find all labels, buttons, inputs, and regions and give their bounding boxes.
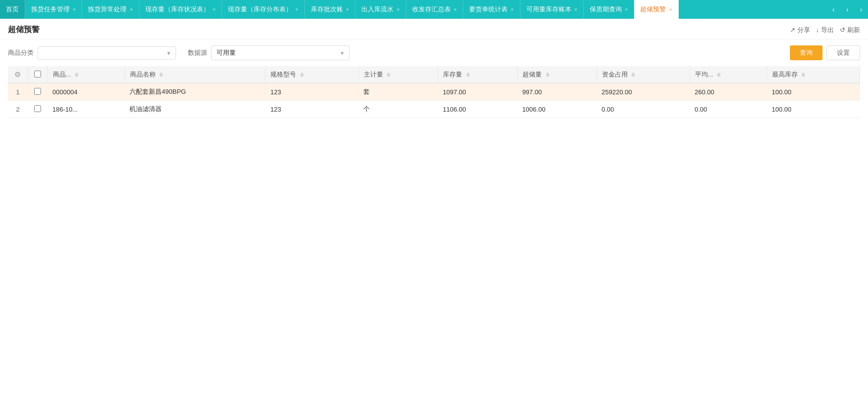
nav-item-inout[interactable]: 出入库流水 × <box>355 0 406 19</box>
sort-icon <box>546 73 550 77</box>
share-button[interactable]: ↗ 分享 <box>790 26 810 35</box>
nav-item-available[interactable]: 可用量库存账本 × <box>521 0 584 19</box>
cell-spec: 123 <box>265 83 358 101</box>
cell-product-name: 六配套新昌490BPG <box>125 83 265 101</box>
nav-label-home: 首页 <box>6 5 19 14</box>
nav-label-available: 可用量库存账本 <box>526 5 571 14</box>
nav-item-inventory-status[interactable]: 现存量（库存状况表） × <box>139 0 222 19</box>
sort-icon <box>387 73 391 77</box>
chevron-down-icon: ▾ <box>341 49 344 57</box>
data-table-container: ⚙ 商品... 商品名称 <box>0 66 868 118</box>
nav-next-button[interactable]: › <box>840 0 854 19</box>
table-row: 2 186-10... 机油滤清器 123 个 1106.00 1006.00 … <box>8 101 860 118</box>
column-unit[interactable]: 主计量 <box>358 66 438 83</box>
query-button[interactable]: 查询 <box>790 45 823 60</box>
sort-icon <box>717 73 721 77</box>
column-inventory[interactable]: 库存量 <box>438 66 518 83</box>
close-icon[interactable]: × <box>346 6 349 12</box>
export-label: 导出 <box>821 26 834 35</box>
header-actions: ↗ 分享 ↓ 导出 ↺ 刷新 <box>790 26 861 35</box>
select-all-checkbox[interactable] <box>34 71 41 78</box>
close-icon[interactable]: × <box>669 6 672 12</box>
data-table: ⚙ 商品... 商品名称 <box>8 66 860 118</box>
filter-bar: 商品分类 ▾ 数据源 可用量 ▾ 查询 设置 <box>0 40 868 66</box>
cell-unit: 个 <box>358 101 438 118</box>
row-checkbox-cell[interactable] <box>28 83 47 101</box>
share-icon: ↗ <box>790 26 795 34</box>
column-checkbox <box>28 66 47 83</box>
cell-inventory: 1106.00 <box>438 101 518 118</box>
cell-over-storage: 1006.00 <box>517 101 597 118</box>
sort-icon <box>801 73 805 77</box>
nav-label-task: 拣货任务管理 <box>31 5 70 14</box>
nav-item-batch[interactable]: 库存批次账 × <box>305 0 355 19</box>
data-source-select[interactable]: 可用量 ▾ <box>211 45 349 60</box>
data-source-label: 数据源 <box>188 48 207 57</box>
nav-label-batch: 库存批次账 <box>311 5 343 14</box>
column-spec[interactable]: 规格型号 <box>265 66 358 83</box>
cell-over-storage: 997.00 <box>517 83 597 101</box>
close-icon[interactable]: × <box>396 6 399 12</box>
column-over-storage[interactable]: 超储量 <box>517 66 597 83</box>
row-checkbox-cell[interactable] <box>28 101 47 118</box>
column-max-inventory[interactable]: 最高库存 <box>767 66 860 83</box>
nav-item-requisition[interactable]: 要货单统计表 × <box>463 0 520 19</box>
cell-inventory: 1097.00 <box>438 83 518 101</box>
refresh-button[interactable]: ↺ 刷新 <box>840 26 860 35</box>
close-icon[interactable]: × <box>73 6 76 12</box>
nav-more-button[interactable]: › <box>854 0 868 19</box>
column-capital[interactable]: 资金占用 <box>597 66 690 83</box>
nav-item-task[interactable]: 拣货任务管理 × <box>25 0 82 19</box>
table-row: 1 0000004 六配套新昌490BPG 123 套 1097.00 997.… <box>8 83 860 101</box>
cell-avg: 0.00 <box>690 101 767 118</box>
close-icon[interactable]: × <box>454 6 457 12</box>
product-category-select[interactable]: ▾ <box>38 46 176 60</box>
column-product-name[interactable]: 商品名称 <box>125 66 265 83</box>
close-icon[interactable]: × <box>511 6 514 12</box>
nav-item-abnormal[interactable]: 拣货异常处理 × <box>82 0 139 19</box>
table-body: 1 0000004 六配套新昌490BPG 123 套 1097.00 997.… <box>8 83 860 118</box>
nav-item-summary[interactable]: 收发存汇总表 × <box>406 0 463 19</box>
cell-spec: 123 <box>265 101 358 118</box>
cell-unit: 套 <box>358 83 438 101</box>
table-header-row: ⚙ 商品... 商品名称 <box>8 66 860 83</box>
close-icon[interactable]: × <box>130 6 132 12</box>
export-button[interactable]: ↓ 导出 <box>816 26 834 35</box>
sort-icon <box>159 73 163 77</box>
cell-avg: 260.00 <box>690 83 767 101</box>
nav-item-overstock[interactable]: 超储预警 × <box>634 0 678 19</box>
nav-label-overstock: 超储预警 <box>640 5 666 14</box>
page-title: 超储预警 <box>8 25 40 35</box>
product-category-filter: 商品分类 ▾ <box>8 46 176 60</box>
row-number: 2 <box>8 101 28 118</box>
row-checkbox[interactable] <box>34 88 41 95</box>
nav-item-home[interactable]: 首页 <box>0 0 25 19</box>
top-navigation: 首页 拣货任务管理 × 拣货异常处理 × 现存量（库存状况表） × 现存量（库存… <box>0 0 868 19</box>
nav-label-expiry: 保质期查询 <box>590 5 622 14</box>
row-checkbox[interactable] <box>34 105 41 112</box>
close-icon[interactable]: × <box>625 6 628 12</box>
share-label: 分享 <box>797 26 810 35</box>
close-icon[interactable]: × <box>213 6 216 12</box>
nav-item-inventory-dist[interactable]: 现存量（库存分布表） × <box>222 0 304 19</box>
nav-prev-button[interactable]: ‹ <box>826 0 840 19</box>
close-icon[interactable]: × <box>574 6 577 12</box>
close-icon[interactable]: × <box>295 6 298 12</box>
column-settings[interactable]: ⚙ <box>8 66 28 83</box>
sort-icon <box>631 73 635 77</box>
refresh-label: 刷新 <box>847 26 860 35</box>
nav-item-expiry[interactable]: 保质期查询 × <box>584 0 634 19</box>
data-source-filter: 数据源 可用量 ▾ <box>188 45 349 60</box>
nav-label-inout: 出入库流水 <box>361 5 393 14</box>
row-number: 1 <box>8 83 28 101</box>
column-avg[interactable]: 平均... <box>690 66 767 83</box>
cell-capital: 259220.00 <box>597 83 690 101</box>
filter-buttons: 查询 设置 <box>790 45 860 60</box>
gear-icon: ⚙ <box>14 70 21 79</box>
settings-button[interactable]: 设置 <box>826 45 860 60</box>
data-source-value: 可用量 <box>217 48 341 57</box>
chevron-down-icon: ▾ <box>167 49 171 57</box>
nav-label-inventory-dist: 现存量（库存分布表） <box>228 5 292 14</box>
cell-product-code: 0000004 <box>47 83 125 101</box>
column-product-code[interactable]: 商品... <box>47 66 125 83</box>
